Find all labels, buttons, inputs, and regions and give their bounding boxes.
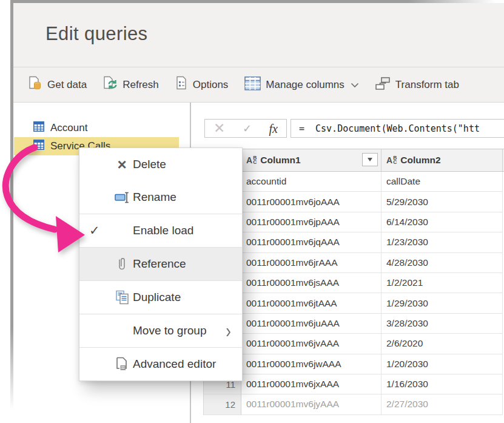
- cell-column1[interactable]: 0011r00001mv6joAAA: [241, 192, 381, 212]
- get-data-button[interactable]: Get data: [29, 76, 87, 94]
- table-header-row: A BC Column1 A BC Column2: [204, 149, 504, 172]
- title-bar: Edit queries: [13, 3, 504, 67]
- menu-item-label: Move to group: [133, 324, 206, 337]
- options-icon: [175, 76, 188, 94]
- options-button[interactable]: Options: [175, 76, 229, 94]
- menu-item-duplicate[interactable]: Duplicate: [79, 281, 242, 314]
- menu-item-label: Rename: [133, 191, 176, 204]
- page-title: Edit queries: [45, 23, 148, 45]
- confirm-formula-button[interactable]: ✓: [243, 123, 252, 134]
- table-row: 5 0011r00001mv6jrAAA 4/28/2030: [204, 253, 504, 273]
- cell-column2[interactable]: 1/20/2030: [381, 354, 503, 374]
- data-preview-table: A BC Column1 A BC Column2 1 accountid ca…: [203, 149, 504, 415]
- cell-column2[interactable]: 3/28/2030: [381, 314, 503, 334]
- cell-column2[interactable]: 2/27/2030: [381, 394, 503, 415]
- cell-column1[interactable]: 0011r00001mv6jpAAA: [241, 212, 381, 232]
- column2-header-label: Column2: [400, 155, 440, 166]
- annotation-arrow: [0, 130, 106, 258]
- text-type-icon: A BC: [386, 156, 397, 165]
- table-row: 4 0011r00001mv6jqAAA 1/23/2030: [204, 232, 504, 252]
- table-row: 10 0011r00001mv6jwAAA 1/20/2030: [204, 354, 504, 374]
- formula-equals: =: [291, 123, 315, 134]
- table-row: 11 0011r00001mv6jxAAA 1/16/2030: [204, 374, 504, 394]
- table-row: 3 0011r00001mv6jpAAA 6/14/2030: [204, 212, 504, 232]
- fx-icon[interactable]: fx: [269, 123, 278, 135]
- column1-header-label: Column1: [260, 155, 300, 166]
- cell-column1[interactable]: 0011r00001mv6jsAAA: [241, 273, 381, 293]
- table-body: 1 accountid callDate 2 0011r00001mv6joAA…: [204, 172, 504, 415]
- cell-column2[interactable]: 4/28/2030: [381, 253, 503, 273]
- table-row: 2 0011r00001mv6joAAA 5/29/2030: [204, 192, 504, 212]
- formula-bar-buttons: ✕ ✓ fx: [204, 119, 287, 138]
- get-data-label: Get data: [47, 79, 87, 91]
- refresh-label: Refresh: [123, 79, 159, 91]
- manage-columns-icon: [244, 76, 261, 93]
- paperclip-icon: [111, 257, 133, 271]
- table-row: 9 0011r00001mv6jvAAA 2/6/2020: [204, 334, 504, 354]
- row-number[interactable]: 12: [204, 394, 241, 415]
- menu-item-advanced-editor[interactable]: Advanced editor: [79, 348, 242, 381]
- formula-input[interactable]: = Csv.Document(Web.Contents("htt: [291, 119, 504, 138]
- table-row: 1 accountid callDate: [204, 172, 504, 192]
- cell-column2[interactable]: callDate: [381, 172, 503, 192]
- transform-table-button[interactable]: Transform tab: [375, 77, 459, 93]
- column1-filter-button[interactable]: [362, 153, 378, 166]
- power-query-edit-queries-window: Edit queries Get data: [0, 0, 504, 423]
- chevron-down-icon: [351, 79, 359, 91]
- table-row: 7 0011r00001mv6jtAAA 1/29/2030: [204, 293, 504, 313]
- cell-column1[interactable]: 0011r00001mv6jxAAA: [241, 374, 381, 394]
- menu-item-label: Advanced editor: [133, 357, 216, 371]
- menu-item-label: Enable load: [133, 224, 193, 237]
- cell-column2[interactable]: 1/2/2021: [381, 273, 503, 293]
- duplicate-icon: [111, 290, 133, 305]
- cell-column1[interactable]: 0011r00001mv6jvAAA: [241, 334, 381, 354]
- cell-column2[interactable]: 5/29/2030: [381, 192, 503, 212]
- submenu-chevron-icon: ›: [226, 321, 231, 341]
- cell-column1[interactable]: 0011r00001mv6jtAAA: [241, 293, 381, 313]
- advanced-editor-icon: [111, 357, 133, 371]
- column2-header[interactable]: A BC Column2: [381, 149, 503, 171]
- formula-text: Csv.Document(Web.Contents("htt: [315, 123, 480, 134]
- column1-header[interactable]: A BC Column1: [241, 149, 381, 171]
- manage-columns-button[interactable]: Manage columns: [244, 76, 358, 93]
- cell-column2[interactable]: 1/29/2030: [381, 293, 503, 313]
- filter-arrow-icon: [368, 158, 372, 161]
- cell-column1[interactable]: 0011r00001mv6jyAAA: [241, 394, 381, 415]
- menu-item-move-to-group[interactable]: Move to group ›: [79, 314, 242, 347]
- delete-icon: ×: [111, 157, 133, 172]
- cell-column2[interactable]: 1/16/2030: [381, 374, 503, 394]
- cell-column1[interactable]: 0011r00001mv6juAAA: [241, 314, 381, 334]
- cancel-formula-button[interactable]: ✕: [213, 121, 225, 135]
- refresh-button[interactable]: Refresh: [103, 76, 159, 94]
- cell-column2[interactable]: 6/14/2030: [381, 212, 503, 232]
- rename-icon: [111, 192, 133, 203]
- cell-column1[interactable]: 0011r00001mv6jrAAA: [241, 253, 381, 273]
- cell-column1[interactable]: accountid: [241, 172, 381, 192]
- transform-table-icon: [375, 77, 391, 93]
- transform-table-label: Transform tab: [395, 79, 459, 91]
- table-row: 8 0011r00001mv6juAAA 3/28/2030: [204, 314, 504, 334]
- cell-column1[interactable]: 0011r00001mv6jwAAA: [241, 354, 381, 374]
- table-row: 12 0011r00001mv6jyAAA 2/27/2030: [204, 394, 504, 415]
- toolbar: Get data Refresh: [13, 67, 504, 103]
- text-type-icon: A BC: [246, 156, 257, 165]
- cell-column2[interactable]: 2/6/2020: [381, 334, 503, 354]
- cell-column1[interactable]: 0011r00001mv6jqAAA: [241, 232, 381, 252]
- menu-item-label: Reference: [133, 257, 186, 271]
- cell-column2[interactable]: 1/23/2030: [381, 232, 503, 252]
- manage-columns-label: Manage columns: [266, 79, 344, 91]
- table-row: 6 0011r00001mv6jsAAA 1/2/2021: [204, 273, 504, 293]
- menu-item-label: Delete: [133, 158, 166, 171]
- get-data-icon: [29, 76, 42, 94]
- refresh-icon: [103, 76, 118, 94]
- options-label: Options: [193, 79, 229, 91]
- menu-item-label: Duplicate: [133, 291, 181, 304]
